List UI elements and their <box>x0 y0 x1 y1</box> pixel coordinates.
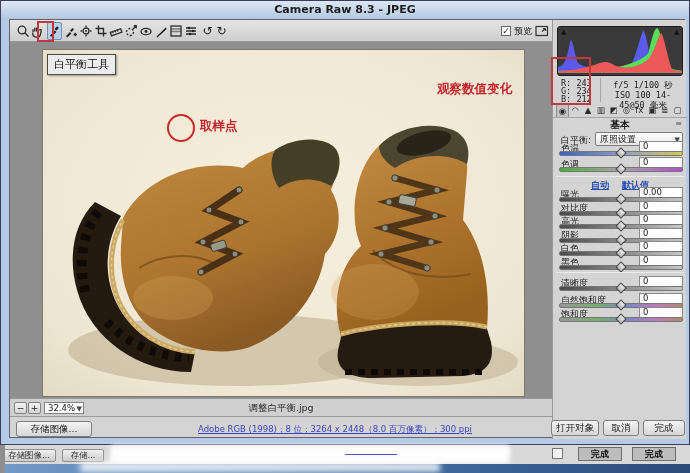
ghost-save-button[interactable]: 存储... <box>62 449 104 462</box>
slider-thumb[interactable] <box>615 147 626 158</box>
tab-detail[interactable]: ▲ <box>582 104 595 117</box>
vibrance-value[interactable]: 0 <box>639 293 683 304</box>
tab-lens-corrections[interactable]: ◎ <box>620 104 633 117</box>
tab-hsl[interactable]: ▥ <box>594 104 607 117</box>
crop-tool-icon[interactable] <box>93 22 108 40</box>
footer: 存储图像... Adobe RGB (1998)；8 位；3264 x 2448… <box>10 417 686 439</box>
rgb-highlight-box <box>551 57 591 105</box>
workflow-options-link[interactable]: Adobe RGB (1998)；8 位；3264 x 2448（8.0 百万像… <box>170 424 500 436</box>
tab-effects[interactable]: fx <box>633 104 646 117</box>
ghost-link <box>345 454 397 455</box>
title-bar[interactable]: Camera Raw 8.3 - JPEG <box>1 1 689 19</box>
fullscreen-toggle-icon[interactable] <box>535 25 549 37</box>
boots-photo[interactable] <box>43 50 524 396</box>
sample-point-circle <box>167 114 195 142</box>
slider-thumb[interactable] <box>615 261 626 272</box>
slider-thumb[interactable] <box>615 282 626 293</box>
background-left-edge <box>0 445 5 473</box>
slider-thumb[interactable] <box>615 163 626 174</box>
preferences-icon[interactable] <box>183 22 198 40</box>
saturation-slider[interactable] <box>559 317 683 322</box>
tool-highlight-box <box>37 21 54 42</box>
camera-raw-screenshot: Camera Raw 8.3 - JPEG ↺ ↻ ✓ <box>0 0 690 473</box>
shadow-clipping-icon[interactable]: ▲ <box>561 29 566 36</box>
cancel-button[interactable]: 取消 <box>603 420 639 436</box>
rotate-left-icon[interactable]: ↺ <box>200 22 215 40</box>
done-button[interactable]: 完成 <box>643 420 685 436</box>
red-eye-tool-icon[interactable] <box>138 22 153 40</box>
tint-slider[interactable] <box>559 167 683 172</box>
tab-presets[interactable]: ≣ <box>658 104 671 117</box>
panel-menu-icon[interactable]: ≡ <box>675 117 682 130</box>
blacks-value[interactable]: 0 <box>639 255 683 266</box>
open-object-button[interactable]: 打开对象 <box>551 420 599 436</box>
background-highlight-blur <box>80 462 440 472</box>
graduated-filter-tool-icon[interactable] <box>168 22 183 40</box>
boots-illustration <box>43 50 524 396</box>
preview-label: 预览 <box>514 25 532 38</box>
highlight-clipping-icon[interactable]: ▲ <box>674 29 679 36</box>
tab-split-toning[interactable]: ◩ <box>607 104 620 117</box>
adjustment-brush-tool-icon[interactable] <box>153 22 168 40</box>
camera-raw-dialog: Camera Raw 8.3 - JPEG ↺ ↻ ✓ <box>0 0 690 445</box>
ghost-done-button-2[interactable]: 完成 <box>632 447 676 461</box>
blacks-slider[interactable] <box>559 265 683 270</box>
sample-point-label: 取样点 <box>200 118 238 135</box>
window-title: Camera Raw 8.3 - JPEG <box>274 3 415 16</box>
rotate-right-icon[interactable]: ↻ <box>214 22 229 40</box>
tab-camera-calibration[interactable]: ▣ <box>646 104 659 117</box>
panel-tabs: ◉ ◠ ▲ ▥ ◩ ◎ fx ▣ ≣ ▢ <box>556 104 684 117</box>
shadows-value[interactable]: 0 <box>639 228 683 239</box>
panel-header: 基本 <box>553 117 687 130</box>
filename-label: 调整白平衡.jpg <box>10 402 552 415</box>
preview-checkbox[interactable]: ✓ <box>501 26 511 36</box>
save-image-button[interactable]: 存储图像... <box>16 421 92 437</box>
spot-removal-tool-icon[interactable] <box>123 22 138 40</box>
color-sampler-tool-icon[interactable] <box>63 22 78 40</box>
contrast-value[interactable]: 0 <box>639 201 683 212</box>
tab-snapshots[interactable]: ▢ <box>671 104 684 117</box>
straighten-tool-icon[interactable] <box>108 22 123 40</box>
targeted-adjustment-tool-icon[interactable] <box>78 22 93 40</box>
ghost-save-image-button[interactable]: 存储图像... <box>2 449 56 462</box>
slider-thumb[interactable] <box>615 313 626 324</box>
observe-values-label: 观察数值变化 <box>437 81 512 98</box>
ghost-done-button-1[interactable]: 完成 <box>578 447 622 461</box>
background-windows: 存储图像... 存储... 完成 完成 <box>0 445 690 473</box>
temperature-slider[interactable] <box>559 151 683 156</box>
white-balance-tooltip: 白平衡工具 <box>47 54 116 75</box>
check-icon: ✓ <box>502 26 510 36</box>
clarity-slider[interactable] <box>559 286 683 291</box>
toolbar: ↺ ↻ ✓ 预览 <box>10 20 552 42</box>
tab-tone-curve[interactable]: ◠ <box>569 104 582 117</box>
status-bar: − + 32.4% ▼ 调整白平衡.jpg <box>10 398 552 417</box>
tab-basic[interactable]: ◉ <box>556 104 569 117</box>
ghost-checkbox[interactable] <box>552 448 563 459</box>
